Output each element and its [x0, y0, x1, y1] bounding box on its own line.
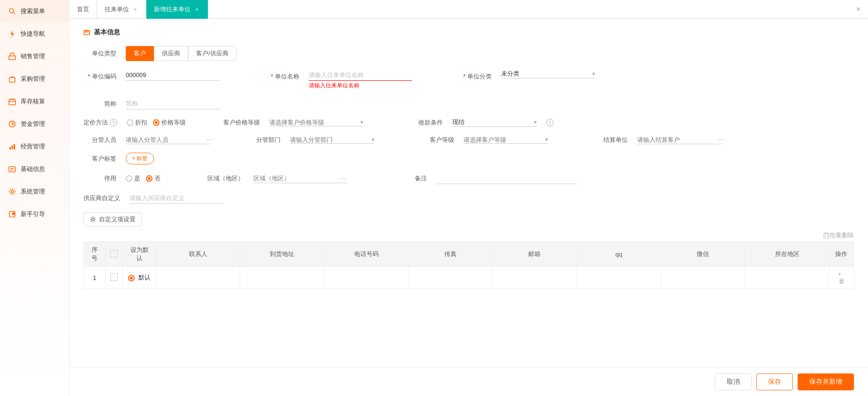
manager-input[interactable]	[126, 136, 205, 143]
disabled-yes[interactable]: 是	[126, 174, 140, 183]
window-close-icon[interactable]: ×	[849, 5, 868, 14]
row-default-radio[interactable]	[128, 275, 135, 281]
sidebar-item-search[interactable]: 搜索菜单	[0, 0, 69, 23]
custom-settings-button[interactable]: 自定义项设置	[84, 212, 142, 226]
sidebar-item-label: 基础信息	[21, 165, 45, 173]
tab-partners[interactable]: 往来单位 ×	[97, 0, 146, 19]
customer-price-level-arrow[interactable]: ▾	[360, 119, 363, 125]
customer-level-select[interactable]: ▾	[464, 136, 548, 144]
row-actions: + 🗑	[829, 267, 853, 289]
department-arrow[interactable]: ▾	[372, 136, 374, 143]
sidebar-item-sales[interactable]: 销售管理	[0, 45, 69, 68]
pricing-discount[interactable]: 折扣	[127, 118, 147, 127]
email-input[interactable]	[497, 272, 571, 283]
unit-type-both[interactable]: 客户/供应商	[188, 46, 236, 61]
sidebar-item-system[interactable]: 系统管理	[0, 180, 69, 203]
manager-wrapper[interactable]: ···	[126, 135, 210, 144]
sidebar-item-label: 采购管理	[21, 75, 45, 83]
row-fax[interactable]	[408, 267, 492, 289]
row-checkbox-input[interactable]	[110, 273, 118, 281]
svg-rect-20	[84, 31, 90, 35]
qq-input[interactable]	[582, 272, 656, 283]
row-wechat[interactable]	[661, 267, 745, 289]
contact-input[interactable]	[161, 272, 235, 283]
sidebar-item-finance[interactable]: ¥ 资金管理	[0, 113, 69, 135]
supplier-custom-label: 供应商自定义	[84, 194, 120, 202]
abbr-row: 简称	[84, 98, 854, 109]
payment-terms-select[interactable]: 现结 ▾	[452, 118, 537, 127]
pricing-discount-radio[interactable]	[127, 119, 133, 126]
customer-price-level-select[interactable]: ▾	[269, 119, 363, 126]
sidebar-item-purchase[interactable]: 采购管理	[0, 68, 69, 90]
abbr-input[interactable]	[126, 98, 220, 109]
settlement-unit-input[interactable]	[637, 136, 716, 143]
fax-input[interactable]	[413, 272, 487, 283]
region-wrapper[interactable]: ···	[253, 174, 347, 183]
unit-code-input[interactable]	[126, 70, 220, 81]
pricing-row: 定价方法 ? 折扣 价格等级 客户价格等级 ▾ 收款条件	[84, 118, 854, 127]
remark-input[interactable]	[436, 173, 577, 184]
sidebar-item-inventory[interactable]: 库存核算	[0, 90, 69, 113]
phone-input[interactable]	[329, 272, 404, 283]
manager-row: 分管人员 ··· 分管部门 ▾ 客户等级 ▾ 结算单位 ···	[84, 135, 854, 144]
sidebar-item-operation[interactable]: 经营管理	[0, 135, 69, 158]
row-add-icon[interactable]: +	[838, 271, 842, 278]
unit-name-input[interactable]	[309, 70, 412, 81]
add-tag-button[interactable]: + 标签	[126, 153, 154, 164]
supplier-custom-input[interactable]	[129, 193, 223, 204]
customer-level-arrow[interactable]: ▾	[545, 136, 548, 143]
row-phone[interactable]	[324, 267, 408, 289]
department-input[interactable]	[290, 136, 372, 143]
payment-help-icon[interactable]: ?	[546, 119, 554, 126]
abbr-label: 简称	[84, 100, 116, 108]
guide-icon: ★	[8, 210, 17, 219]
batch-delete-label[interactable]: 批量删除	[830, 231, 854, 240]
row-email[interactable]	[493, 267, 577, 289]
region-input[interactable]	[253, 175, 337, 182]
save-new-button[interactable]: 保存并新增	[798, 373, 854, 390]
customer-level-input[interactable]	[464, 136, 545, 143]
row-region[interactable]	[745, 267, 829, 289]
row-qq[interactable]	[577, 267, 661, 289]
svg-point-0	[9, 8, 14, 13]
unit-category-select[interactable]: 未分类 ▾	[501, 70, 595, 78]
save-button[interactable]: 保存	[756, 373, 793, 390]
disabled-no[interactable]: 否	[146, 174, 160, 183]
pricing-level-radio[interactable]	[153, 119, 160, 126]
disabled-no-radio[interactable]	[146, 175, 152, 182]
sidebar-item-basic-info[interactable]: 基础信息	[0, 158, 69, 180]
tab-home[interactable]: 首页	[69, 0, 97, 19]
department-wrapper[interactable]: ▾	[290, 136, 374, 144]
sidebar-item-quick-nav[interactable]: 快捷导航	[0, 23, 69, 45]
tab-partners-close[interactable]: ×	[132, 6, 138, 13]
unit-info-row: 单位编码 单位名称 请输入往来单位名称 单位分类 未分类 ▾	[84, 70, 854, 90]
wechat-input[interactable]	[666, 272, 740, 283]
manager-dots[interactable]: ···	[205, 135, 214, 144]
row-contact[interactable]	[156, 267, 240, 289]
settlement-dots[interactable]: ···	[716, 135, 726, 144]
unit-category-arrow[interactable]: ▾	[592, 70, 595, 77]
pricing-help-icon[interactable]: ?	[110, 119, 117, 126]
sidebar-item-guide[interactable]: ★ 新手引导	[0, 203, 69, 225]
disable-row: 停用 是 否 区域（地区） ··· 备注	[84, 173, 854, 184]
tab-new-partner[interactable]: 新增往来单位 ×	[146, 0, 208, 19]
address-input[interactable]	[245, 272, 319, 283]
row-delete-icon[interactable]: 🗑	[838, 278, 845, 285]
row-address[interactable]	[240, 267, 324, 289]
shop-icon	[8, 52, 17, 61]
cancel-button[interactable]: 取消	[715, 373, 752, 390]
col-email: 邮箱	[493, 242, 577, 267]
payment-terms-arrow[interactable]: ▾	[534, 119, 537, 125]
customer-price-level-input[interactable]	[269, 119, 360, 126]
disabled-yes-radio[interactable]	[126, 175, 132, 182]
region-row-input[interactable]	[750, 272, 824, 283]
unit-name-field: 请输入往来单位名称	[309, 70, 412, 90]
tab-new-partner-close[interactable]: ×	[193, 6, 200, 13]
unit-type-customer[interactable]: 客户	[126, 46, 154, 61]
region-dots[interactable]: ···	[337, 174, 347, 183]
unit-type-buttons: 客户 供应商 客户/供应商	[126, 46, 236, 61]
pricing-level[interactable]: 价格等级	[153, 118, 186, 127]
settlement-unit-wrapper[interactable]: ···	[637, 135, 722, 144]
header-checkbox[interactable]	[110, 250, 118, 257]
unit-type-supplier[interactable]: 供应商	[154, 46, 188, 61]
